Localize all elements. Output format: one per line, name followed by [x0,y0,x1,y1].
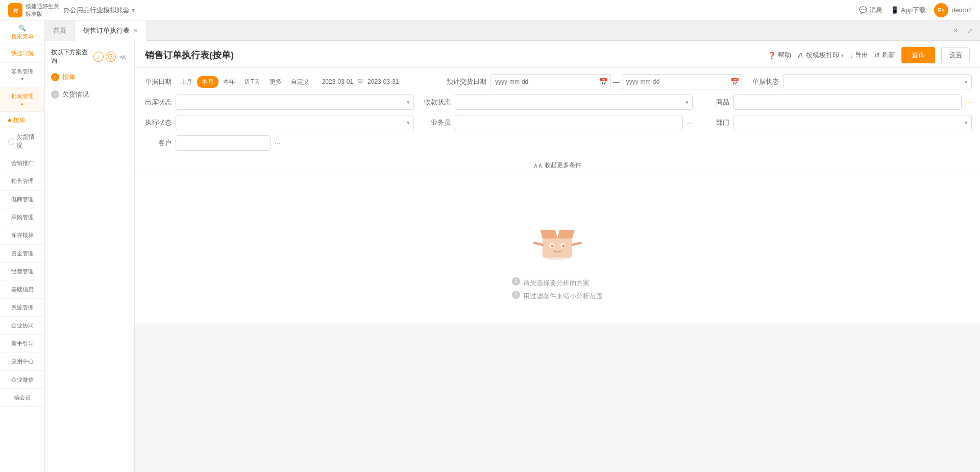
sidebar-item-wholesale[interactable]: 批发管理 ▴ [0,87,44,112]
sidebar-item-base[interactable]: 基础信息 [0,280,44,298]
date-tab-more[interactable]: 更多 [265,76,286,88]
top-bar-right: 💬 消息 📱 App下载 Ea demo2 [859,3,972,17]
search-icon: 🔍 [18,25,26,32]
sidebar-item-finance[interactable]: 资金管理 [0,245,44,263]
exec-status-label: 执行状态 [143,118,172,127]
top-bar-left: 财 畅捷通好生意 标准版 办公用品行业模拟账套 ▾ [8,3,135,17]
out-status-select[interactable] [176,95,414,110]
sidebar-item-apps[interactable]: 应用中心 [0,352,44,370]
dropdown-icon[interactable]: ▾ [132,6,135,14]
dept-select[interactable] [733,115,972,130]
tab-maximize-btn[interactable]: ⤢ [964,25,976,37]
tab-active[interactable]: 销售订单执行表 × [75,20,147,41]
page-header: 销售订单执行表(按单) ❓ 帮助 🖨 按模板打印 ▾ [135,41,980,68]
date-filter-tabs: 上月 本月 本年 近7天 更多 自定义 [176,76,314,88]
sidebar-item-inventory[interactable]: 库存核算 [0,226,44,244]
tab-home[interactable]: 首页 [45,20,75,41]
logo-icon: 财 [8,3,22,17]
sidebar-item-system[interactable]: 系统管理 [0,299,44,317]
date-tab-this-year[interactable]: 本年 [218,76,240,88]
svg-line-13 [572,243,581,245]
customer-input[interactable] [176,135,271,151]
date-tab-7days[interactable]: 近7天 [240,76,265,88]
help-btn[interactable]: ❓ 帮助 [768,51,791,60]
svg-marker-7 [557,230,574,239]
page-title: 销售订单执行表(按单) [145,49,234,61]
sidebar-item-purchase[interactable]: 采购管理 [0,208,44,226]
sidebar-item-retail[interactable]: 零售管理 ▾ [0,63,44,87]
edit-scheme-btn[interactable]: ↺ [106,52,116,62]
phone-icon: 📱 [891,6,899,14]
avatar: Ea [934,3,948,17]
add-scheme-btn[interactable]: + [93,52,104,62]
date-tab-last-month[interactable]: 上月 [176,76,197,88]
query-button[interactable]: 查询 [901,47,935,63]
empty-state: 1 请先选择要分析的方案 2 用过滤条件来缩小分析范围 [135,174,980,323]
date-tab-custom[interactable]: 自定义 [286,76,314,88]
collect-status-select-wrap: ▾ [455,95,693,110]
svg-line-12 [534,243,543,245]
out-status-label: 出库状态 [143,98,172,107]
app-download-btn[interactable]: 📱 App下载 [891,6,926,15]
collapse-btn[interactable]: ∧∧ 收起更多条件 [527,160,587,171]
goods-ellipsis-btn[interactable]: ··· [966,98,972,106]
expand-icon: ▴ [21,101,23,106]
sub-item-欠货情况[interactable]: ○ 欠货情况 [0,129,44,154]
message-btn[interactable]: 💬 消息 [859,6,883,15]
salesman-ellipsis-btn[interactable]: ··· [687,119,693,127]
sub-item-按单[interactable]: 按单 [0,112,44,129]
sidebar-item-search[interactable]: 🔍 搜索菜单 [0,20,44,44]
scheme-item-按单[interactable]: ✓ 按单 [45,68,134,86]
salesman-label: 业务员 [422,118,451,127]
export-btn[interactable]: ↓ 导出 [850,51,869,60]
sidebar-item-quicknav[interactable]: 快捷导航 [0,44,44,62]
customer-label: 客户 [143,138,172,148]
sidebar-item-ecommerce[interactable]: 电商管理 [0,191,44,208]
refresh-btn[interactable]: ↺ 刷新 [874,51,895,60]
svg-rect-5 [543,239,572,258]
logo-area[interactable]: 财 畅捷通好生意 标准版 [8,3,59,17]
filter-exec-status: 执行状态 ▾ [143,115,414,130]
sidebar-item-wechat[interactable]: 企业微信 [0,371,44,389]
filter-row-3: 执行状态 ▾ 业务员 [143,115,972,130]
svg-marker-6 [541,230,557,239]
sidebar-item-marketing[interactable]: 营销推广 [0,154,44,172]
out-status-select-wrap: ▾ [176,95,414,110]
scheme-dot-inactive: ○ [51,90,59,99]
expected-date-start-input[interactable] [491,74,611,89]
top-bar: 财 畅捷通好生意 标准版 办公用品行业模拟账套 ▾ 💬 消息 📱 App下载 E… [0,0,980,20]
print-dropdown-icon: ▾ [841,53,844,58]
filter-doc-status: 单据状态 草稿 审核 ▾ [750,74,972,89]
salesman-input[interactable] [455,115,683,130]
doc-status-select[interactable]: 草稿 审核 [783,74,972,89]
collapse-panel-btn[interactable]: ≪ [118,52,128,62]
scheme-panel: 按以下方案查询 + ↺ ≪ ✓ 按单 [45,41,135,472]
sidebar: 🔍 搜索菜单 快捷导航 零售管理 ▾ 批发管理 ▴ 按单 ○ 欠货情况 营销推广 [0,20,45,472]
print-btn[interactable]: 🖨 按模板打印 ▾ [797,51,844,60]
tip-num-1: 1 [512,277,520,286]
export-icon: ↓ [850,52,853,59]
user-area[interactable]: Ea demo2 [934,3,972,17]
sidebar-item-corp[interactable]: 企业协同 [0,317,44,335]
tab-close-btn[interactable]: × [133,26,138,35]
tab-close-window-btn[interactable]: × [949,25,962,37]
sidebar-item-sales[interactable]: 销售管理 [0,172,44,190]
expected-date-end-input[interactable] [622,74,742,89]
collapse-bar: ∧∧ 收起更多条件 [135,157,980,174]
exec-status-select[interactable] [176,115,414,130]
goods-input[interactable] [733,95,962,110]
filter-collect-status: 收款状态 ▾ [422,95,693,110]
empty-state-icon [532,215,583,266]
scheme-item-欠货情况[interactable]: ○ 欠货情况 [45,86,134,103]
collect-status-select[interactable] [455,95,693,110]
sub-icon: ○ [8,138,14,145]
sidebar-item-newbie[interactable]: 新手引导 [0,335,44,352]
collapse-icon: ∧∧ [533,162,543,169]
goods-label: 商品 [701,98,729,107]
date-tab-this-month[interactable]: 本月 [197,76,218,88]
sidebar-item-member[interactable]: 畅会员 [0,389,44,407]
filter-row-4: 客户 ··· [143,135,972,151]
customer-ellipsis-btn[interactable]: ··· [275,139,281,147]
setting-button[interactable]: 设置 [941,47,970,63]
sidebar-item-operation[interactable]: 经营管理 [0,263,44,280]
